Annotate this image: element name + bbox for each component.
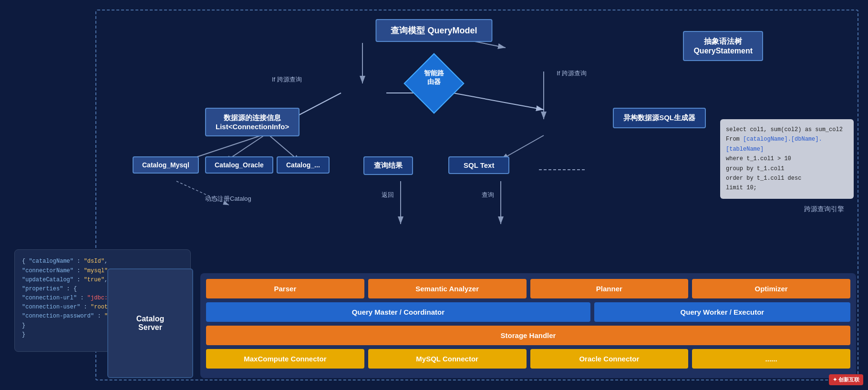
storage-handler-box: Storage Handler [206, 326, 850, 345]
planner-box: Planner [530, 279, 689, 298]
query-model-box: 查询模型 QueryModel [375, 19, 492, 42]
catalog-server-label1: Catalog [136, 315, 165, 323]
query-model-label: 查询模型 [391, 26, 425, 35]
sql-text-box: SQL Text [448, 156, 509, 174]
label-return: 返回 [382, 191, 394, 199]
engine-row-2: Query Master / Coordinator Query Worker … [206, 302, 850, 322]
catalog-mysql-box: Catalog_Mysql [133, 156, 199, 174]
json-line-1: { "catalogName" : "dsId", [22, 257, 183, 266]
main-container: 查询模型 QueryModel 抽象语法树 QueryStatement 智能路… [0, 0, 868, 390]
logo: ✦ 创新互联 [829, 374, 863, 385]
dots-connector-box: ...... [692, 349, 850, 369]
sql-gen-label: 异构数据源SQL生成器 [623, 113, 695, 122]
label-if-cross-left: If 跨源查询 [272, 75, 302, 84]
sql-line-3: where t_1.col1 > 10 [726, 154, 848, 164]
sql-popup-box: select col1, sum(col2) as sum_col2 From … [720, 119, 854, 199]
sql-line-5: order by t_1.col1 desc [726, 174, 848, 183]
conn-info-zh: 数据源的连接信息 [216, 113, 289, 123]
engine-section: Parser Semantic Analyzer Planner Optimiz… [200, 273, 856, 378]
sql-line-4: group by t_1.col1 [726, 164, 848, 174]
query-model-en: QueryModel [427, 26, 477, 35]
query-result-box: 查询结果 [363, 156, 413, 175]
logo-label: 创新互联 [838, 377, 859, 382]
optimizer-box: Optimizer [692, 279, 850, 298]
label-dynamic-register: 动态注册Catalog [205, 195, 251, 203]
query-master-box: Query Master / Coordinator [206, 302, 590, 322]
logo-icon: ✦ [833, 377, 837, 382]
conn-info-en: List<ConnectionInfo> [216, 123, 289, 131]
query-statement-en: QueryStatement [693, 47, 753, 55]
cross-source-label: 跨源查询引擎 [804, 205, 844, 214]
sql-generator-box: 异构数据源SQL生成器 [613, 108, 706, 128]
catalog-server-label2: Server [136, 323, 165, 332]
query-statement-zh: 抽象语法树 [693, 37, 753, 47]
query-statement-box: 抽象语法树 QueryStatement [683, 31, 763, 61]
label-query: 查询 [482, 191, 494, 199]
engine-row-1: Parser Semantic Analyzer Planner Optimiz… [206, 279, 850, 298]
sql-line-2: From [catalogName].[dbName].[tableName] [726, 134, 848, 154]
label-if-cross-right: If 跨源查询 [557, 69, 587, 78]
mysql-connector-box: MySQL Connector [368, 349, 527, 369]
engine-row-4: MaxCompute Connector MySQL Connector Ora… [206, 349, 850, 369]
sql-line-6: limit 10; [726, 183, 848, 193]
sql-line-1: select col1, sum(col2) as sum_col2 [726, 125, 848, 134]
engine-row-3: Storage Handler [206, 326, 850, 345]
catalog-dots-box: Catalog_... [277, 156, 330, 174]
oracle-connector-box: Oracle Connector [530, 349, 689, 369]
parser-box: Parser [206, 279, 364, 298]
connection-info-box: 数据源的连接信息 List<ConnectionInfo> [205, 108, 300, 136]
query-worker-box: Query Worker / Executor [594, 302, 850, 322]
catalog-server-box: Catalog Server [107, 268, 193, 378]
maxcompute-box: MaxCompute Connector [206, 349, 364, 369]
catalog-oracle-box: Catalog_Oracle [205, 156, 273, 174]
semantic-analyzer-box: Semantic Analyzer [368, 279, 527, 298]
